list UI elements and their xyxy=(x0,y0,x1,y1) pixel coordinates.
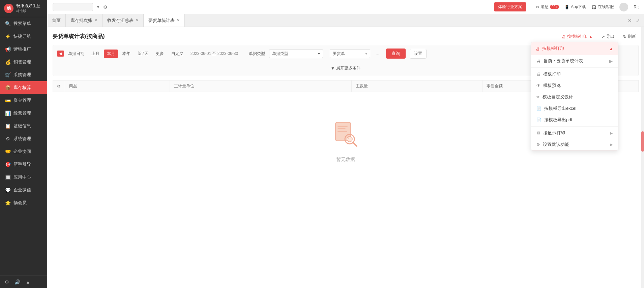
topbar-dropdown[interactable]: ▾ xyxy=(97,5,99,9)
tab-collection-summary-close[interactable]: ✕ xyxy=(136,18,139,23)
date-btn-more[interactable]: 更多 xyxy=(153,50,167,58)
query-btn[interactable]: 查询 xyxy=(386,49,406,59)
expand-more-btn[interactable]: ▼ 展开更多条件 xyxy=(327,64,364,72)
tab-home[interactable]: 首页 xyxy=(47,14,66,27)
tab-order-stats[interactable]: 要货单统计表 ✕ xyxy=(144,14,185,27)
filter-expand-icon[interactable]: ◀ xyxy=(57,51,64,57)
date-btn-this-year[interactable]: 本年 xyxy=(119,50,134,58)
marketing-icon: 📢 xyxy=(5,46,11,52)
sidebar-item-app-center[interactable]: 🔲 应用中心 xyxy=(0,171,47,184)
date-btn-custom[interactable]: 自定义 xyxy=(168,50,186,58)
expand-btn[interactable]: ⤢ xyxy=(635,17,641,25)
table-col-quantity: 主数量 xyxy=(352,81,482,92)
dropdown-chevron-up-icon[interactable]: ▲ xyxy=(609,46,613,51)
messages-label: 消息 xyxy=(540,4,549,10)
page-content: 要货单统计表(按商品) 🖨 按模板打印 ▲ ↗ 导出 ↻ 刷新 xyxy=(47,27,644,288)
sidebar-item-guide[interactable]: 🎯 新手引导 xyxy=(0,158,47,171)
filter-type-select[interactable]: 单据类型 ▾ xyxy=(269,49,323,58)
sidebar-item-enterprise-wechat[interactable]: 💬 企业微信 xyxy=(0,184,47,196)
tab-collection-summary[interactable]: 收发存汇总表 ✕ xyxy=(103,14,144,27)
dropdown-printer-icon: 🖨 xyxy=(536,46,540,51)
page-scrollbar[interactable] xyxy=(641,27,644,288)
sidebar-item-finance[interactable]: 💳 资金管理 xyxy=(0,94,47,107)
app-version: 标准版 xyxy=(16,9,40,13)
topbar: ▾ ⚙ 体验行业方案 ✉ 消息 99+ 📱 App下载 🎧 在线客服 Rit xyxy=(47,0,644,14)
filter-order-type[interactable]: 要货单 ▾ xyxy=(330,49,370,58)
tab-inventory-batch-label: 库存批次账 xyxy=(70,18,92,24)
dropdown-template-preview[interactable]: 👁 模板预览 xyxy=(531,80,618,91)
display-print-icon: 🖥 xyxy=(536,131,540,135)
export-btn[interactable]: ↗ 导出 xyxy=(599,32,617,41)
volume-icon[interactable]: 🔊 xyxy=(14,279,20,285)
chevron-right-icon-2: ▶ xyxy=(610,142,613,147)
settings-btn[interactable]: 设置 xyxy=(410,49,427,59)
dropdown-header-title: 🖨 按模板打印 xyxy=(536,45,564,52)
sidebar-item-marketing[interactable]: 📢 营销推广 xyxy=(0,43,47,56)
set-default-icon: ⚙ xyxy=(536,142,540,147)
user-avatar[interactable] xyxy=(619,3,628,11)
enterprise-wechat-icon: 💬 xyxy=(5,187,11,193)
dropdown-template-export-excel[interactable]: 📄 按模板导出excel xyxy=(531,103,618,114)
online-service-btn[interactable]: 🎧 在线客服 xyxy=(591,4,614,10)
dropdown-template-custom[interactable]: ✏ 模板自定义设计 xyxy=(531,91,618,103)
app-logo: 畅 畅康通好生意 标准版 xyxy=(0,0,47,17)
dropdown-template-print[interactable]: 🖨 模板打印 xyxy=(531,68,618,80)
page-header: 要货单统计表(按商品) 🖨 按模板打印 ▲ ↗ 导出 ↻ 刷新 xyxy=(53,32,639,41)
date-btn-last-month[interactable]: 上月 xyxy=(88,50,103,58)
date-btn-7days[interactable]: 近7天 xyxy=(135,50,151,58)
sidebar-item-quick-nav[interactable]: ⚡ 快捷导航 xyxy=(0,30,47,43)
sidebar-item-label: 系统管理 xyxy=(13,136,31,142)
sidebar-item-operations[interactable]: 📊 经营管理 xyxy=(0,107,47,120)
dropdown-display-print[interactable]: 🖥 按显示打印 ▶ xyxy=(531,127,618,139)
close-all-btn[interactable]: ✕ xyxy=(626,17,633,25)
filter-more-dots[interactable]: ··· xyxy=(376,51,379,56)
sidebar-item-label: 资金管理 xyxy=(13,97,31,103)
dropdown-file-excel-icon: 📄 xyxy=(536,106,541,111)
scroll-up-icon[interactable]: ▲ xyxy=(26,279,30,285)
inventory-icon: 📦 xyxy=(5,85,11,90)
settings-icon[interactable]: ⚙ xyxy=(5,279,9,285)
sidebar-item-basic[interactable]: 📋 基础信息 xyxy=(0,120,47,132)
filter-order-type-label: 要货单 xyxy=(333,51,345,57)
sidebar-item-label: 库存核算 xyxy=(13,85,31,91)
page-title: 要货单统计表(按商品) xyxy=(53,33,105,40)
app-center-icon: 🔲 xyxy=(5,174,11,180)
dropdown-set-default[interactable]: ⚙ 设置默认功能 ▶ xyxy=(531,139,618,150)
messages-btn[interactable]: ✉ 消息 99+ xyxy=(536,4,559,10)
experience-btn[interactable]: 体验行业方案 xyxy=(494,2,526,11)
sidebar-item-inventory[interactable]: 📦 库存核算 xyxy=(0,81,47,94)
sidebar-item-purchase[interactable]: 🛒 采购管理 xyxy=(0,68,47,81)
topbar-search-input[interactable] xyxy=(53,3,93,11)
dropdown-template-export-pdf[interactable]: 📄 按模板导出pdf xyxy=(531,114,618,126)
sidebar-item-label: 营销推广 xyxy=(13,46,31,52)
sidebar-item-label: 基础信息 xyxy=(13,123,31,129)
sidebar-item-system[interactable]: ⚙ 系统管理 xyxy=(0,132,47,145)
headset-icon: 🎧 xyxy=(591,5,596,9)
empty-text: 暂无数据 xyxy=(336,157,355,163)
sidebar-item-label: 畅会员 xyxy=(13,200,27,206)
refresh-btn[interactable]: ↻ 刷新 xyxy=(620,32,639,41)
dropdown-current-template[interactable]: 🖨 当前：要货单统计表 ▶ xyxy=(531,55,618,67)
topbar-gear-icon[interactable]: ⚙ xyxy=(103,4,108,10)
tab-order-stats-close[interactable]: ✕ xyxy=(177,18,180,23)
user-name: Rit xyxy=(634,5,639,9)
date-btn-this-month[interactable]: 本月 xyxy=(104,50,118,58)
system-icon: ⚙ xyxy=(5,136,11,141)
sales-icon: 💰 xyxy=(5,59,11,65)
sidebar-item-enterprise[interactable]: 🤝 企业协同 xyxy=(0,145,47,158)
dropdown-file-pdf-icon: 📄 xyxy=(536,118,541,122)
sidebar-item-search[interactable]: 🔍 搜索菜单 xyxy=(0,17,47,30)
sidebar-item-sales[interactable]: 💰 销售管理 xyxy=(0,56,47,68)
app-download-btn[interactable]: 📱 App下载 xyxy=(564,4,586,10)
sidebar-item-membership[interactable]: ⭐ 畅会员 xyxy=(0,196,47,209)
enterprise-icon: 🤝 xyxy=(5,149,11,154)
scrollbar-thumb[interactable] xyxy=(641,131,644,152)
print-template-btn[interactable]: 🖨 按模板打印 ▲ xyxy=(559,32,595,41)
tab-inventory-batch[interactable]: 库存批次账 ✕ xyxy=(66,14,103,27)
chevron-right-icon: ▶ xyxy=(610,131,613,135)
tab-inventory-batch-close[interactable]: ✕ xyxy=(94,18,97,23)
table-settings-col[interactable]: ⚙ xyxy=(53,81,65,92)
sidebar-bottom: ⚙ 🔊 ▲ xyxy=(0,276,47,288)
messages-icon: ✉ xyxy=(536,5,539,9)
export-icon: ↗ xyxy=(602,34,605,39)
